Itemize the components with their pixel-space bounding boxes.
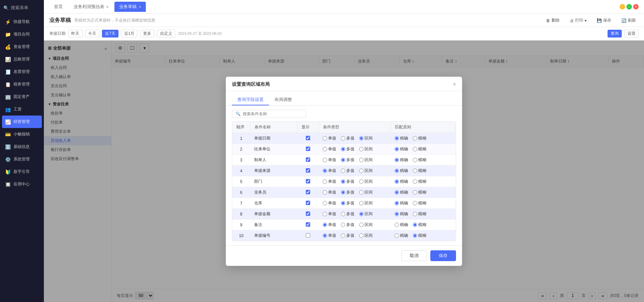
type-radio-区间[interactable]: 区间 [359,146,373,152]
match-radio-精确[interactable]: 精确 [395,157,408,163]
type-radio-多值[interactable]: 多值 [341,222,354,228]
match-radio-精确[interactable]: 精确 [395,135,408,141]
row-show-checkbox[interactable] [306,201,310,205]
save-button[interactable]: 💾 保存 [594,16,614,25]
modal-save-button[interactable]: 保存 [430,250,456,261]
sidebar-item-quick-nav[interactable]: ⚡ 快捷导航 [0,16,44,28]
row-show-checkbox-cell[interactable] [297,144,319,155]
match-radio-精确[interactable]: 精确 [395,233,408,238]
row-show-checkbox[interactable] [306,157,310,162]
type-radio-单值[interactable]: 单值 [323,222,336,228]
type-radio-单值[interactable]: 单值 [323,200,336,206]
type-radio-单值[interactable]: 单值 [323,168,336,174]
match-radio-模糊[interactable]: 模糊 [413,135,426,141]
filter-custom[interactable]: 自定义 [157,30,175,37]
row-show-checkbox-cell[interactable] [297,198,319,209]
type-radio-单值[interactable]: 单值 [323,190,336,195]
tab-biz-draft[interactable]: 业务草稿 × [114,2,145,12]
print-button[interactable]: 🖨 打印 ▾ [567,16,589,25]
type-radio-单值[interactable]: 单值 [323,135,336,141]
type-radio-区间[interactable]: 区间 [359,233,373,238]
match-radio-精确[interactable]: 精确 [395,222,408,228]
row-show-checkbox-cell[interactable] [297,176,319,187]
sidebar-item-fund-mgmt[interactable]: 💰 资金管理 [0,41,44,53]
filter-today[interactable]: 今天 [85,30,99,37]
type-radio-单值[interactable]: 单值 [323,157,336,163]
row-show-checkbox[interactable] [306,211,310,216]
sidebar-item-project-contract[interactable]: 📁 项目合同 [0,28,44,41]
window-max-button[interactable]: □ [626,4,632,9]
type-radio-单值[interactable]: 单值 [323,211,336,217]
type-radio-多值[interactable]: 多值 [341,157,354,163]
cancel-button[interactable]: 取消 [401,250,427,261]
match-radio-精确[interactable]: 精确 [395,190,408,195]
sidebar-item-basic-info[interactable]: ℹ️ 基础信息 [0,141,44,153]
type-radio-区间[interactable]: 区间 [359,200,373,206]
sidebar-item-app-center[interactable]: 🔲 应用中心 [0,178,44,191]
window-close-button[interactable]: × [633,4,639,9]
modal-tab-layout-adjust[interactable]: 布局调整 [269,95,297,105]
type-radio-区间[interactable]: 区间 [359,190,373,195]
refresh-button[interactable]: 🔄 刷新 [619,16,639,25]
row-show-checkbox-cell[interactable] [297,166,319,176]
row-show-checkbox[interactable] [306,136,310,140]
row-show-checkbox-cell[interactable] [297,133,319,144]
type-radio-区间[interactable]: 区间 [359,157,373,163]
row-show-checkbox-cell[interactable] [297,220,319,230]
row-show-checkbox-cell[interactable] [297,155,319,166]
tab-biz-draft-close[interactable]: × [139,5,141,9]
match-radio-精确[interactable]: 精确 [395,200,408,206]
match-radio-模糊[interactable]: 模糊 [413,233,426,238]
type-radio-区间[interactable]: 区间 [359,135,373,141]
filter-yesterday[interactable]: 昨天 [68,30,82,37]
tab-home[interactable]: 首页 [49,2,68,12]
sidebar-item-tax-mgmt[interactable]: 📋 税务管理 [0,78,44,91]
row-show-checkbox-cell[interactable] [297,187,319,198]
filter-1month[interactable]: 近1月 [121,30,138,37]
match-radio-模糊[interactable]: 模糊 [413,190,426,195]
type-radio-多值[interactable]: 多值 [341,146,354,152]
match-radio-模糊[interactable]: 模糊 [413,146,426,152]
type-radio-多值[interactable]: 多值 [341,233,354,238]
modal-tab-field-settings[interactable]: 查询字段设置 [232,95,269,105]
type-radio-多值[interactable]: 多值 [341,179,354,184]
row-show-checkbox[interactable] [306,168,310,173]
row-show-checkbox[interactable] [306,147,310,151]
filter-7days[interactable]: 近7天 [102,30,118,37]
sidebar-item-xiaochang[interactable]: 💳 小畅报销 [0,128,44,141]
sidebar-item-biz-mgmt[interactable]: 📈 经营管理 [2,116,42,128]
match-radio-精确[interactable]: 精确 [395,168,408,174]
row-show-checkbox[interactable] [306,179,310,183]
query-button[interactable]: 查询 [608,30,622,37]
type-radio-单值[interactable]: 单值 [323,233,336,238]
row-show-checkbox[interactable] [306,222,310,227]
type-radio-区间[interactable]: 区间 [359,179,373,184]
modal-search-input[interactable] [243,111,302,116]
setting-button[interactable]: 设置 [624,30,639,37]
tab-profit-estimate[interactable]: 业务利润预估表 × [69,2,113,12]
sidebar-item-ledger-mgmt[interactable]: 📊 总账管理 [0,53,44,66]
match-radio-模糊[interactable]: 模糊 [413,222,426,228]
type-radio-区间[interactable]: 区间 [359,211,373,217]
type-radio-多值[interactable]: 多值 [341,135,354,141]
type-radio-单值[interactable]: 单值 [323,179,336,184]
type-radio-多值[interactable]: 多值 [341,211,354,217]
type-radio-多值[interactable]: 多值 [341,168,354,174]
match-radio-模糊[interactable]: 模糊 [413,200,426,206]
sidebar-item-invoice-mgmt[interactable]: 🧾 发票管理 [0,66,44,78]
type-radio-单值[interactable]: 单值 [323,146,336,152]
row-show-checkbox[interactable] [306,190,310,194]
sidebar-search-area[interactable]: 🔍 搜索亲单 [0,0,44,16]
modal-close-button[interactable]: × [453,81,456,87]
row-show-checkbox-cell[interactable] [297,209,319,220]
row-show-checkbox[interactable] [306,233,310,237]
match-radio-精确[interactable]: 精确 [395,211,408,217]
match-radio-模糊[interactable]: 模糊 [413,179,426,184]
match-radio-模糊[interactable]: 模糊 [413,157,426,163]
tab-profit-estimate-close[interactable]: × [106,5,108,9]
match-radio-精确[interactable]: 精确 [395,146,408,152]
sidebar-item-fixed-assets[interactable]: 🏢 固定资产 [0,91,44,103]
sidebar-item-new-guide[interactable]: 🔰 新手引导 [0,166,44,178]
window-min-button[interactable]: − [620,4,625,9]
sidebar-item-hr[interactable]: 👥 工资 [0,103,44,116]
